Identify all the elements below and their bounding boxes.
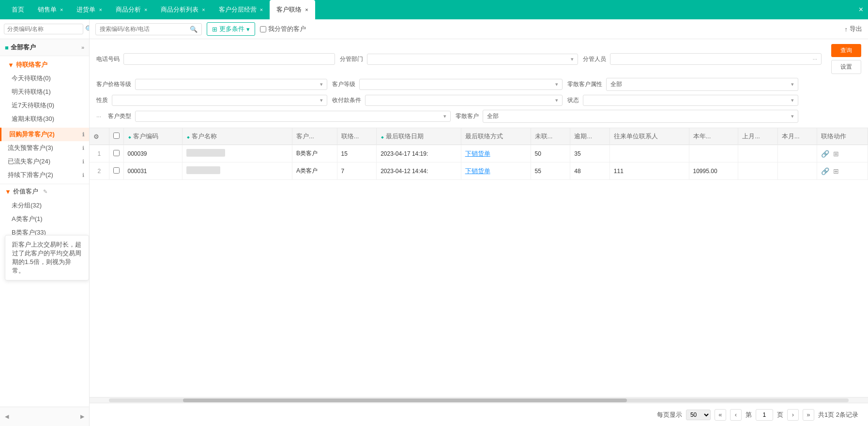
nav-sales[interactable]: 销售单 ×	[31, 0, 70, 19]
sidebar-item-churned[interactable]: 已流失客户(24) ℹ	[0, 155, 89, 168]
status-select[interactable]: ▾	[583, 95, 798, 106]
settings-icon[interactable]: ⚙	[93, 133, 99, 140]
sidebar-item-declining[interactable]: 持续下滑客户(2) ℹ	[0, 168, 89, 182]
row2-grid-icon[interactable]: ⊞	[833, 167, 839, 175]
sidebar-scroll-left[interactable]: ◀	[5, 413, 9, 420]
first-page-btn[interactable]: «	[715, 409, 726, 421]
next-page-btn[interactable]: ›	[787, 409, 799, 421]
nav-home[interactable]: 首页	[5, 0, 31, 19]
payment-select[interactable]: ▾	[365, 95, 563, 106]
row1-last-contact-method[interactable]: 下销货单	[461, 145, 531, 162]
export-btn[interactable]: ↑ 导出	[845, 25, 863, 33]
row1-name[interactable]	[182, 145, 292, 162]
row2-name[interactable]	[182, 162, 292, 180]
th-customer-type[interactable]: 客户...	[292, 128, 337, 145]
th-customer-name[interactable]: ⬥ 客户名称	[182, 128, 292, 145]
row1-checkbox[interactable]	[109, 145, 123, 162]
sidebar-item-abnormal-repurchase[interactable]: 回购异常客户(2) ℹ	[0, 128, 89, 141]
nav-close-purchase[interactable]: ×	[99, 0, 102, 19]
edit-icon[interactable]: ✎	[43, 189, 47, 195]
customer-type-select[interactable]: ▾	[135, 111, 451, 122]
nav-close-customer-contact[interactable]: ×	[305, 0, 308, 19]
per-page-select[interactable]: 20 50 100	[686, 410, 711, 420]
declining-info-icon[interactable]: ℹ	[82, 172, 84, 178]
my-customers-checkbox[interactable]	[260, 26, 266, 32]
sidebar-item-ungroup[interactable]: 未分组(32)	[0, 199, 89, 212]
sidebar-item-overdue[interactable]: 逾期未联络(30)	[0, 112, 89, 126]
retail-attr-select[interactable]: 全部 ▾	[606, 78, 798, 91]
th-this-month[interactable]: 本月...	[777, 128, 817, 145]
scrollbar-thumb[interactable]	[183, 398, 627, 402]
sidebar-item-today[interactable]: 今天待联络(0)	[0, 72, 89, 85]
th-checkbox[interactable]	[109, 128, 123, 145]
filter-row-2: 客户价格等级 ▾ 客户等级 ▾ 零散客户属性 全部	[96, 78, 861, 91]
nav-close-customer-stratification[interactable]: ×	[260, 0, 263, 19]
phone-text-input[interactable]	[128, 56, 331, 62]
th-last-contact-date[interactable]: ⬥ 最后联络日期	[377, 128, 461, 145]
window-close-btn[interactable]: ×	[859, 5, 863, 14]
th-unit-contact[interactable]: 往来单位联系人	[609, 128, 689, 145]
nav-customer-contact[interactable]: 客户联络 ×	[270, 0, 315, 19]
th-customer-code[interactable]: ⬥ 客户编码	[123, 128, 182, 145]
row2-last-contact-date: 2023-04-12 14:44:	[377, 162, 461, 180]
current-page-input[interactable]	[756, 409, 773, 421]
waiting-contact-header[interactable]: ▼ 待联络客户	[0, 58, 89, 72]
row2-checkbox[interactable]	[109, 162, 123, 180]
nav-product-analysis[interactable]: 商品分析 ×	[109, 0, 154, 19]
nav-close-product-list[interactable]: ×	[202, 0, 205, 19]
row2-last-contact-method[interactable]: 下销货单	[461, 162, 531, 180]
th-settings[interactable]: ⚙	[90, 128, 109, 145]
th-overdue[interactable]: 逾期...	[570, 128, 610, 145]
select-all-checkbox[interactable]	[113, 132, 120, 139]
more-conditions-icon[interactable]: ···	[96, 113, 103, 120]
row2-overdue: 48	[570, 162, 610, 180]
value-customers-header[interactable]: ▼ 价值客户 ✎	[0, 184, 89, 199]
sidebar-search-input[interactable]	[4, 24, 83, 34]
collapse-icon[interactable]: »	[81, 44, 84, 50]
query-btn[interactable]: 查询	[831, 44, 861, 57]
gender-select[interactable]: ▾	[112, 95, 327, 106]
last-page-btn[interactable]: »	[803, 409, 814, 421]
branch-person-input[interactable]: ···	[610, 53, 822, 65]
th-this-year[interactable]: 本年...	[689, 128, 738, 145]
retail-customer-select[interactable]: 全部 ▾	[483, 110, 798, 123]
price-grade-select[interactable]: ▾	[135, 79, 327, 90]
search-input[interactable]	[100, 26, 187, 32]
horizontal-scrollbar[interactable]	[90, 397, 868, 403]
setting-btn[interactable]: 设置	[831, 60, 861, 74]
branch-dept-select[interactable]: ▾	[367, 54, 579, 65]
abnormal-info-icon[interactable]: ℹ	[82, 132, 84, 138]
nav-product-list[interactable]: 商品分析列表 ×	[154, 0, 212, 19]
sidebar-scroll-right[interactable]: ▶	[80, 413, 84, 420]
row2-link-icon[interactable]: 🔗	[821, 167, 829, 175]
th-unread[interactable]: 未联...	[531, 128, 570, 145]
nav-customer-stratification[interactable]: 客户分层经营 ×	[212, 0, 270, 19]
phone-input[interactable]	[123, 53, 335, 65]
churned-info-icon[interactable]: ℹ	[82, 159, 84, 165]
more-conditions-btn[interactable]: ⊞ 更多条件 ▾	[207, 22, 255, 36]
branch-person-text[interactable]	[614, 56, 810, 62]
my-customers-checkbox-label[interactable]: 我分管的客户	[260, 25, 306, 33]
nav-close-sales[interactable]: ×	[60, 0, 63, 19]
sidebar-item-churn-warning[interactable]: 流失预警客户(3) ℹ	[0, 141, 89, 155]
sidebar-item-tomorrow[interactable]: 明天待联络(1)	[0, 85, 89, 99]
churn-info-icon[interactable]: ℹ	[82, 145, 84, 151]
row1-select-checkbox[interactable]	[113, 150, 120, 156]
search-field[interactable]: 🔍	[95, 23, 202, 35]
row1-link-icon[interactable]: 🔗	[821, 150, 829, 158]
row1-name-blur	[186, 149, 225, 157]
row1-grid-icon[interactable]: ⊞	[833, 150, 839, 158]
sidebar-item-7days[interactable]: 近7天待联络(0)	[0, 99, 89, 112]
th-contact-count[interactable]: 联络...	[337, 128, 377, 145]
customer-grade-select[interactable]: ▾	[359, 79, 563, 90]
prev-page-btn[interactable]: ‹	[730, 409, 742, 421]
nav-close-product-analysis[interactable]: ×	[144, 0, 147, 19]
all-customers-header[interactable]: ■ 全部客户 »	[0, 39, 89, 56]
search-icon: 🔍	[190, 26, 198, 33]
sidebar-item-class-a[interactable]: A类客户(1)	[0, 212, 89, 226]
th-last-month[interactable]: 上月...	[738, 128, 778, 145]
sidebar-search-button[interactable]: 🔍	[85, 23, 90, 35]
nav-purchase[interactable]: 进货单 ×	[70, 0, 108, 19]
th-last-contact-method[interactable]: 最后联络方式	[461, 128, 531, 145]
row2-select-checkbox[interactable]	[113, 167, 120, 174]
